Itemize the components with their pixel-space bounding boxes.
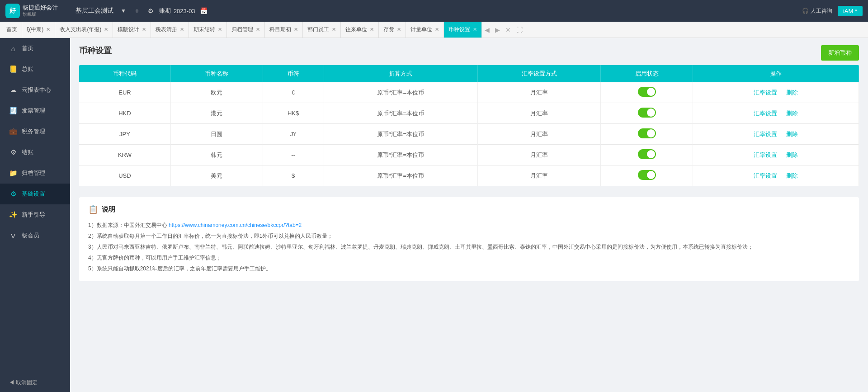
col-name: 币种名称	[170, 65, 263, 82]
company-dropdown-icon[interactable]: ▼	[121, 8, 126, 14]
rate-setting-link-3[interactable]: 汇率设置	[754, 151, 777, 158]
tab-archive[interactable]: 归档管理 ✕	[227, 22, 265, 38]
notice-item-4: 4）无官方牌价的币种，可以用用户手工维护汇率信息；	[88, 252, 850, 263]
cloud-icon: ☁	[9, 86, 17, 94]
tab-close-dept[interactable]: ✕	[332, 27, 336, 33]
tab-close-balance[interactable]: ✕	[46, 27, 50, 33]
app-container: 好 畅捷通好会计 旗舰版 基层工会测试 ▼ ＋ ⚙ 账期 2023-03 📅 🎧…	[0, 0, 868, 392]
rate-setting-link-2[interactable]: 汇率设置	[754, 131, 777, 137]
cell-rate-type-1: 月汇率	[477, 103, 601, 124]
sidebar-collapse-button[interactable]: ◀ 取消固定	[0, 373, 70, 392]
cell-convert-0: 原币*汇率=本位币	[324, 82, 477, 103]
cell-status-3	[601, 145, 693, 165]
tab-next-button[interactable]: ▶	[492, 24, 503, 35]
toggle-enabled-4[interactable]	[638, 170, 656, 180]
tab-tax[interactable]: 税表清册 ✕	[151, 22, 189, 38]
col-convert: 折算方式	[324, 65, 477, 82]
add-currency-button[interactable]: 新增币种	[821, 45, 859, 61]
tab-template[interactable]: 模版设计 ✕	[113, 22, 151, 38]
cell-action-2: 汇率设置 删除	[693, 124, 859, 145]
cell-convert-4: 原币*汇率=本位币	[324, 165, 477, 186]
close-period-icon: ⚙	[9, 148, 17, 156]
tab-prev-button[interactable]: ◀	[482, 24, 492, 35]
cell-action-4: 汇率设置 删除	[693, 165, 859, 186]
delete-link-4[interactable]: 删除	[786, 172, 798, 179]
sidebar-item-home[interactable]: ⌂ 首页	[0, 38, 70, 59]
toggle-enabled-1[interactable]	[638, 108, 656, 118]
notice-icon: 📋	[88, 204, 98, 214]
tab-close-unit[interactable]: ✕	[435, 27, 439, 33]
toggle-enabled-3[interactable]	[638, 149, 656, 159]
logo-area: 好 畅捷通好会计 旗舰版	[5, 4, 75, 18]
invoice-icon: 🧾	[9, 107, 17, 115]
tab-stock[interactable]: 存货 ✕	[379, 22, 406, 38]
sidebar-item-member[interactable]: V 畅会员	[0, 225, 70, 246]
tab-close-template[interactable]: ✕	[142, 27, 146, 33]
tab-close-archive[interactable]: ✕	[256, 27, 260, 33]
sidebar-item-ledger[interactable]: 📒 总账	[0, 59, 70, 80]
add-company-icon[interactable]: ＋	[133, 6, 141, 16]
sidebar-item-reports[interactable]: ☁ 云报表中心	[0, 80, 70, 100]
calendar-icon[interactable]: 📅	[200, 7, 208, 14]
tab-close-all-button[interactable]: ✕	[503, 24, 514, 35]
period-label: 账期 2023-03 📅	[159, 7, 208, 15]
tab-maximize-button[interactable]: ⛶	[514, 24, 525, 35]
notice-item-2: 2）系统自动获取每月第一个工作日的汇率标价，统一为直接标价法，即1外币可以兑换的…	[88, 231, 850, 241]
tab-close-income[interactable]: ✕	[104, 27, 108, 33]
delete-link-2[interactable]: 删除	[786, 131, 798, 137]
cell-name-3: 韩元	[170, 145, 263, 165]
table-header-row: 币种代码 币种名称 币符 折算方式 汇率设置方式 启用状态 操作	[79, 65, 859, 82]
tab-income[interactable]: 收入支出表(年报) ✕	[55, 22, 113, 38]
tab-close-currency[interactable]: ✕	[473, 27, 477, 33]
tab-period-end[interactable]: 期末结转 ✕	[189, 22, 227, 38]
tab-currency[interactable]: 币种设置 ✕	[444, 22, 482, 38]
rate-setting-link-0[interactable]: 汇率设置	[754, 89, 777, 96]
header-actions: 🎧 人工咨询 iAM *	[802, 6, 863, 16]
tab-close-subject[interactable]: ✕	[294, 27, 298, 33]
rate-setting-link-1[interactable]: 汇率设置	[754, 110, 777, 117]
tab-home[interactable]: 首页	[2, 22, 22, 38]
archive-icon: 📁	[9, 169, 17, 177]
cell-status-2	[601, 124, 693, 145]
sidebar-item-close[interactable]: ⚙ 结账	[0, 142, 70, 163]
notice-item-5: 5）系统只能自动抓取2021年度后的汇率，之前年度汇率需要用户手工维护。	[88, 263, 850, 274]
sidebar-item-invoice[interactable]: 🧾 发票管理	[0, 100, 70, 121]
company-settings-icon[interactable]: ⚙	[148, 7, 154, 14]
settings-icon: ⚙	[9, 190, 17, 198]
delete-link-1[interactable]: 删除	[786, 110, 798, 117]
cell-convert-1: 原币*汇率=本位币	[324, 103, 477, 124]
help-button[interactable]: 🎧 人工咨询	[802, 7, 832, 15]
tab-unit[interactable]: 计量单位 ✕	[406, 22, 444, 38]
cell-name-2: 日圆	[170, 124, 263, 145]
sidebar-item-settings[interactable]: ⚙ 基础设置	[0, 184, 70, 204]
tab-close-period-end[interactable]: ✕	[218, 27, 222, 33]
tab-close-stock[interactable]: ✕	[397, 27, 401, 33]
col-code: 币种代码	[79, 65, 170, 82]
notice-item-1: 1）数据来源：中国外汇交易中心 https://www.chinamoney.c…	[88, 220, 850, 231]
tab-subject[interactable]: 科目期初 ✕	[265, 22, 303, 38]
tab-partner[interactable]: 往来单位 ✕	[341, 22, 379, 38]
sidebar-item-guide[interactable]: ✨ 新手引导	[0, 204, 70, 225]
toggle-enabled-0[interactable]	[638, 87, 656, 97]
cell-status-0	[601, 82, 693, 103]
toggle-enabled-2[interactable]	[638, 128, 656, 138]
sidebar-item-tax[interactable]: 💼 税务管理	[0, 121, 70, 142]
sidebar-item-archive[interactable]: 📁 归档管理	[0, 163, 70, 184]
cell-code-2: JPY	[79, 124, 170, 145]
ledger-icon: 📒	[9, 65, 17, 73]
notice-link[interactable]: https://www.chinamoney.com.cn/chinese/bk…	[169, 222, 302, 228]
account-button[interactable]: iAM *	[838, 6, 863, 16]
cell-symbol-3: --	[263, 145, 324, 165]
delete-link-0[interactable]: 删除	[786, 89, 798, 96]
rate-setting-link-4[interactable]: 汇率设置	[754, 172, 777, 179]
sidebar: ⌂ 首页 📒 总账 ☁ 云报表中心 🧾 发票管理 💼 税务管理 ⚙ 结账	[0, 38, 70, 392]
delete-link-3[interactable]: 删除	[786, 151, 798, 158]
tab-balance[interactable]: ξ(中期) ✕	[22, 22, 55, 38]
tab-dept[interactable]: 部门员工 ✕	[303, 22, 341, 38]
tab-close-tax[interactable]: ✕	[180, 27, 184, 33]
table-row: KRW 韩元 -- 原币*汇率=本位币 月汇率 汇率设置 删除	[79, 145, 859, 165]
cell-code-4: USD	[79, 165, 170, 186]
tab-close-partner[interactable]: ✕	[370, 27, 374, 33]
notice-box: 📋 说明 1）数据来源：中国外汇交易中心 https://www.chinamo…	[79, 197, 859, 281]
main-layout: ⌂ 首页 📒 总账 ☁ 云报表中心 🧾 发票管理 💼 税务管理 ⚙ 结账	[0, 38, 868, 392]
